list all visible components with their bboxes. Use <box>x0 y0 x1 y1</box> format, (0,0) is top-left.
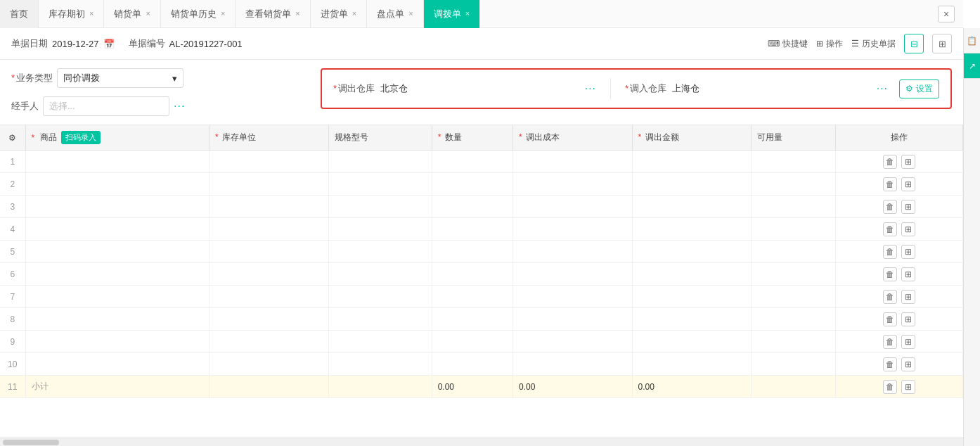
delete-row-button[interactable]: 🗑 <box>883 312 897 326</box>
qty-cell[interactable] <box>432 173 512 196</box>
product-cell[interactable] <box>25 196 209 218</box>
spec-cell[interactable] <box>328 263 432 286</box>
qty-cell[interactable] <box>432 308 512 331</box>
tab-inventory-check-close[interactable]: × <box>408 10 413 18</box>
delete-row-button[interactable]: 🗑 <box>883 177 897 191</box>
spec-cell[interactable] <box>328 331 432 353</box>
spec-cell[interactable] <box>328 173 432 196</box>
cost-cell[interactable] <box>512 308 632 331</box>
scan-button[interactable]: 扫码录入 <box>61 131 101 144</box>
operator-select[interactable]: 选择... <box>43 96 169 116</box>
cost-cell[interactable] <box>512 196 632 218</box>
cost-cell[interactable] <box>512 353 632 376</box>
copy-row-button[interactable]: ⊞ <box>901 222 915 236</box>
unit-cell[interactable] <box>209 263 329 286</box>
in-warehouse-more-button[interactable]: ··· <box>877 82 888 95</box>
tab-view-sales-close[interactable]: × <box>295 10 299 18</box>
amount-cell[interactable] <box>632 241 752 263</box>
th-gear[interactable]: ⚙ <box>0 125 25 151</box>
form-settings-button[interactable]: ⚙ 设置 <box>899 79 939 98</box>
shortcuts-button[interactable]: ⌨ 快捷键 <box>768 38 808 50</box>
product-cell[interactable] <box>25 241 209 263</box>
tab-sales-history-close[interactable]: × <box>221 10 225 18</box>
tab-purchase-order[interactable]: 进货单 × <box>311 0 367 28</box>
copy-row-button[interactable]: ⊞ <box>901 267 915 281</box>
unit-cell[interactable] <box>209 286 329 308</box>
spec-cell[interactable] <box>328 196 432 218</box>
delete-row-button[interactable]: 🗑 <box>883 222 897 236</box>
product-cell[interactable] <box>25 331 209 353</box>
amount-cell[interactable] <box>632 331 752 353</box>
calendar-icon[interactable]: 📅 <box>103 39 115 49</box>
tab-inventory-init-close[interactable]: × <box>89 10 94 18</box>
business-type-select[interactable]: 同价调拨 ▾ <box>57 68 183 88</box>
qty-cell[interactable] <box>432 196 512 218</box>
amount-cell[interactable] <box>632 353 752 376</box>
copy-row-button[interactable]: ⊞ <box>901 335 915 349</box>
amount-cell[interactable] <box>632 308 752 331</box>
product-cell[interactable] <box>25 353 209 376</box>
tab-home[interactable]: 首页 <box>0 0 39 28</box>
tab-sales-history[interactable]: 销货单历史 × <box>161 0 236 28</box>
tab-purchase-order-close[interactable]: × <box>352 10 356 18</box>
unit-cell[interactable] <box>209 196 329 218</box>
qty-cell[interactable] <box>432 286 512 308</box>
unit-cell[interactable] <box>209 218 329 241</box>
delete-row-button[interactable]: 🗑 <box>883 200 897 214</box>
scrollbar-thumb[interactable] <box>3 440 59 445</box>
copy-row-button[interactable]: ⊞ <box>901 177 915 191</box>
tab-inventory-check[interactable]: 盘点单 × <box>367 0 423 28</box>
qty-cell[interactable] <box>432 218 512 241</box>
qty-cell[interactable] <box>432 241 512 263</box>
history-button[interactable]: ☰ 历史单据 <box>851 38 896 50</box>
spec-cell[interactable] <box>328 241 432 263</box>
unit-cell[interactable] <box>209 353 329 376</box>
layout-button[interactable]: ⊟ <box>904 34 924 53</box>
delete-row-button[interactable]: 🗑 <box>883 335 897 349</box>
product-cell[interactable] <box>25 151 209 173</box>
qty-cell[interactable] <box>432 151 512 173</box>
spec-cell[interactable] <box>328 286 432 308</box>
unit-cell[interactable] <box>209 151 329 173</box>
tab-transfer-order-close[interactable]: × <box>465 10 470 18</box>
amount-cell[interactable] <box>632 218 752 241</box>
cost-cell[interactable] <box>512 151 632 173</box>
delete-row-button[interactable]: 🗑 <box>883 155 897 169</box>
window-close-button[interactable]: × <box>938 6 955 23</box>
copy-row-button[interactable]: ⊞ <box>901 290 915 304</box>
tab-sales-order-close[interactable]: × <box>146 10 150 18</box>
cost-cell[interactable] <box>512 173 632 196</box>
spec-cell[interactable] <box>328 308 432 331</box>
qty-cell[interactable] <box>432 263 512 286</box>
amount-cell[interactable] <box>632 263 752 286</box>
settings-button[interactable]: ⊞ <box>932 34 952 53</box>
out-warehouse-more-button[interactable]: ··· <box>585 82 596 95</box>
copy-row-button[interactable]: ⊞ <box>901 312 915 326</box>
product-cell[interactable] <box>25 173 209 196</box>
qty-cell[interactable] <box>432 331 512 353</box>
operations-button[interactable]: ⊞ 操作 <box>816 38 843 50</box>
tab-view-sales[interactable]: 查看销货单 × <box>236 0 310 28</box>
copy-icon-btn[interactable]: ⊞ <box>901 380 915 394</box>
amount-cell[interactable] <box>632 173 752 196</box>
unit-cell[interactable] <box>209 241 329 263</box>
spec-cell[interactable] <box>328 353 432 376</box>
cost-cell[interactable] <box>512 331 632 353</box>
copy-row-button[interactable]: ⊞ <box>901 245 915 259</box>
delete-row-button[interactable]: 🗑 <box>883 290 897 304</box>
sidebar-expand-icon[interactable]: ↗ <box>964 53 981 79</box>
delete-row-button[interactable]: 🗑 <box>883 357 897 371</box>
product-cell[interactable] <box>25 286 209 308</box>
tab-inventory-init[interactable]: 库存期初 × <box>39 0 104 28</box>
spec-cell[interactable] <box>328 151 432 173</box>
unit-cell[interactable] <box>209 173 329 196</box>
cost-cell[interactable] <box>512 241 632 263</box>
unit-cell[interactable] <box>209 331 329 353</box>
qty-cell[interactable] <box>432 353 512 376</box>
unit-cell[interactable] <box>209 308 329 331</box>
operator-more-button[interactable]: ··· <box>174 100 185 113</box>
copy-row-button[interactable]: ⊞ <box>901 357 915 371</box>
amount-cell[interactable] <box>632 196 752 218</box>
copy-row-button[interactable]: ⊞ <box>901 200 915 214</box>
cost-cell[interactable] <box>512 218 632 241</box>
